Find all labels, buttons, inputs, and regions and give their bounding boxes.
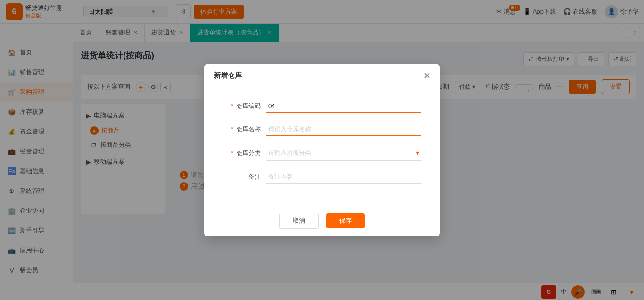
required-mark-cat: * [231,150,233,157]
category-label: * 仓库分类 [223,149,261,158]
modal-footer: 取消 保存 [204,205,440,236]
form-row-category: * 仓库分类 请输入所属分类 ▾ [223,146,421,161]
save-button[interactable]: 保存 [326,213,365,228]
form-row-remark: 备注 [223,170,421,184]
required-mark-name: * [231,125,233,133]
warehouse-code-input[interactable] [266,100,421,113]
modal-header: 新增仓库 ✕ [204,64,440,88]
remark-label: 备注 [223,173,261,181]
cancel-button[interactable]: 取消 [279,213,319,229]
form-row-name: * 仓库名称 [223,123,421,136]
warehouse-name-input[interactable] [266,123,421,136]
modal-title: 新增仓库 [214,71,242,80]
required-mark: * [231,102,233,109]
code-label: * 仓库编码 [223,102,261,110]
category-select[interactable]: 请输入所属分类 ▾ [266,146,421,161]
remark-input[interactable] [266,170,421,184]
name-label: * 仓库名称 [223,125,261,133]
new-warehouse-modal: 新增仓库 ✕ * 仓库编码 * 仓库名称 [204,64,440,236]
modal-close-btn[interactable]: ✕ [423,71,430,81]
form-row-code: * 仓库编码 [223,100,421,113]
category-select-icon: ▾ [416,149,419,157]
modal-overlay[interactable]: 新增仓库 ✕ * 仓库编码 * 仓库名称 [0,0,644,300]
modal-body: * 仓库编码 * 仓库名称 * 仓库分类 请输入 [204,88,440,205]
